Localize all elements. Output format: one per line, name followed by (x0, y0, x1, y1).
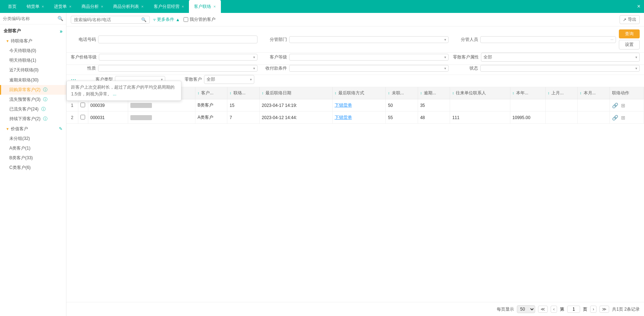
top-navigation: 首页 销货单 × 进货单 × 商品分析 × 商品分析列表 × 客户分层经营 × … (0, 0, 644, 13)
filter-zero-retail-row4: 零散客户 全部 ▾ (177, 75, 254, 84)
filter-zero-retail-select[interactable]: 全部 ▾ (481, 53, 640, 62)
sidebar-item-ungrouped[interactable]: 未分组(32) (0, 134, 66, 143)
pagination: 每页显示 50 100 200 ≪ ‹ 第 页 › ≫ 共1页 2条记录 (66, 302, 644, 316)
sidebar-collapse-icon[interactable]: » (60, 28, 62, 34)
nav-sales[interactable]: 销货单 × (22, 0, 49, 13)
row1-select-checkbox[interactable] (80, 103, 85, 107)
chevron-down-icon-4: ▾ (444, 55, 446, 59)
sidebar-value-edit-icon[interactable]: ✎ (59, 126, 62, 131)
th-this-month-label: 本月... (584, 90, 596, 95)
nav-product-analysis[interactable]: 商品分析 × (77, 0, 108, 13)
sort-uncontacted-icon[interactable]: ↕ (388, 91, 390, 95)
nav-product-list[interactable]: 商品分析列表 × (108, 0, 148, 13)
row2-link-icon[interactable]: 🔗 (612, 115, 618, 121)
sidebar-item-tomorrow[interactable]: 明天待联络(1) (0, 56, 66, 65)
nav-product-list-label: 商品分析列表 (113, 4, 139, 10)
sort-last-date-icon[interactable]: ↕ (262, 91, 264, 95)
sort-this-month-icon[interactable]: ↕ (580, 91, 582, 95)
row2-last-method-link[interactable]: 下销货单 (335, 115, 352, 120)
row2-checkbox (78, 112, 88, 124)
my-customers-checkbox[interactable] (184, 17, 188, 22)
sort-overdue-icon[interactable]: ↕ (420, 91, 422, 95)
prev-page-button[interactable]: ‹ (551, 306, 557, 313)
sidebar-search-icon[interactable]: 🔍 (57, 16, 63, 21)
sidebar-item-7days[interactable]: 近7天待联络(0) (0, 65, 66, 75)
sidebar-item-declining[interactable]: 持续下滑客户(2) ⓘ (0, 114, 66, 124)
filter-phone-label: 电话号码 (71, 37, 96, 43)
sort-last-method-icon[interactable]: ↕ (335, 91, 337, 95)
tooltip-overlay: 距客户上次交易时长，超过了此客户的平均交易周期的1.5倍，则视为异常。 ... (66, 81, 181, 101)
filter-search-icon[interactable]: 🔍 (141, 17, 147, 22)
chevron-down-icon-2: ··· (611, 38, 613, 42)
sidebar-churn-warning-label: 流失预警客户(3) (9, 97, 41, 102)
filter-customer-grade-select[interactable]: ▾ (289, 54, 449, 61)
table-scroll[interactable]: ⚙ ↕ 客户编码 ↕ 客户名称 (66, 87, 644, 302)
filter-department-select[interactable]: ▾ (289, 36, 449, 43)
nav-sales-close[interactable]: × (42, 4, 44, 9)
sidebar-arrow-icon: ▼ (6, 39, 9, 43)
sidebar-group-value-label: 价值客户 (11, 126, 28, 132)
sidebar-group-value[interactable]: ▼ 价值客户 ✎ (0, 124, 66, 134)
per-page-select[interactable]: 50 100 200 (517, 305, 535, 313)
nav-purchase[interactable]: 进货单 × (49, 0, 76, 13)
page-label: 第 (560, 306, 564, 312)
window-close-button[interactable]: × (637, 3, 640, 10)
th-last-method-label: 最后联络方式 (338, 90, 364, 95)
settings-button[interactable]: 设置 (619, 40, 640, 49)
info-icon-repurchase: ⓘ (43, 87, 47, 92)
last-page-button[interactable]: ≫ (599, 306, 609, 313)
sort-level-icon[interactable]: ↕ (198, 91, 199, 95)
filter-search-input[interactable] (74, 17, 141, 22)
nav-customer-contact[interactable]: 客户联络 × (189, 0, 221, 13)
filter-zero-retail-row4-select[interactable]: 全部 ▾ (204, 75, 254, 84)
content-area: 距客户上次交易时长，超过了此客户的平均交易周期的1.5倍，则视为异常。 ... … (66, 13, 644, 316)
sort-company-icon[interactable]: ↕ (452, 91, 454, 95)
sidebar-item-churn-warning[interactable]: 流失预警客户(3) ⓘ (0, 95, 66, 104)
first-page-button[interactable]: ≪ (538, 306, 548, 313)
sidebar-item-today[interactable]: 今天待联络(0) (0, 46, 66, 56)
row1-this-year (510, 99, 545, 112)
th-company-contact-label: 往来单位联系人 (456, 90, 486, 95)
nav-product-analysis-close[interactable]: × (101, 4, 103, 9)
nav-product-list-close[interactable]: × (141, 4, 143, 9)
filter-payment-select[interactable]: ▾ (289, 65, 449, 72)
nav-customer-tier[interactable]: 客户分层经营 × (149, 0, 189, 13)
sidebar-item-overdue[interactable]: 逾期未联络(30) (0, 75, 66, 85)
filter-manager-select[interactable]: ··· (480, 36, 616, 43)
row2-select-checkbox[interactable] (80, 115, 85, 119)
filter-status-select[interactable]: ▾ (480, 65, 640, 72)
sort-this-year-icon[interactable]: ↕ (513, 91, 514, 95)
more-filters-button[interactable]: ▿ 更多条件 ▲ (153, 16, 180, 23)
row1-action: 🔗 ⊞ (610, 99, 644, 112)
nav-customer-tier-close[interactable]: × (182, 4, 184, 9)
export-button[interactable]: ↗ 导出 (620, 15, 640, 24)
nav-customer-contact-close[interactable]: × (213, 4, 216, 9)
sidebar-item-c-class[interactable]: C类客户(6) (0, 163, 66, 173)
row1-last-method-link[interactable]: 下销货单 (335, 103, 352, 108)
sidebar-item-a-class[interactable]: A类客户(1) (0, 143, 66, 153)
sidebar-search-input[interactable] (3, 16, 57, 21)
sidebar-group-pending[interactable]: ▼ 待联络客户 (0, 36, 66, 46)
sidebar-a-class-label: A类客户(1) (9, 146, 31, 151)
nav-purchase-label: 进货单 (54, 4, 67, 10)
filter-phone-input[interactable] (98, 36, 258, 43)
sidebar-item-b-class[interactable]: B类客户(33) (0, 153, 66, 163)
page-number-input[interactable] (567, 306, 580, 313)
filter-nature-select[interactable]: ▾ (98, 65, 258, 72)
query-button[interactable]: 查询 (619, 29, 640, 38)
nav-home[interactable]: 首页 (3, 0, 22, 13)
next-page-button[interactable]: › (590, 306, 597, 313)
filter-payment-label: 收付款条件 (262, 65, 287, 71)
row2-grid-icon[interactable]: ⊞ (621, 115, 625, 121)
filter-price-grade-select[interactable]: ▾ (99, 54, 258, 61)
sort-contact-icon[interactable]: ↕ (230, 91, 231, 95)
sidebar-declining-label: 持续下滑客户(2) (9, 116, 41, 121)
sidebar-item-repurchase-abnormal[interactable]: 回购异常客户(2) ⓘ (0, 85, 66, 95)
sort-last-month-icon[interactable]: ↕ (548, 91, 550, 95)
chevron-down-icon-7: ▾ (444, 66, 446, 70)
row1-grid-icon[interactable]: ⊞ (621, 103, 625, 108)
filter-manager: 分管人员 ··· (453, 36, 616, 43)
sidebar-item-churned[interactable]: 已流失客户(24) ⓘ (0, 104, 66, 114)
nav-purchase-close[interactable]: × (69, 4, 71, 9)
row1-link-icon[interactable]: 🔗 (612, 103, 618, 108)
